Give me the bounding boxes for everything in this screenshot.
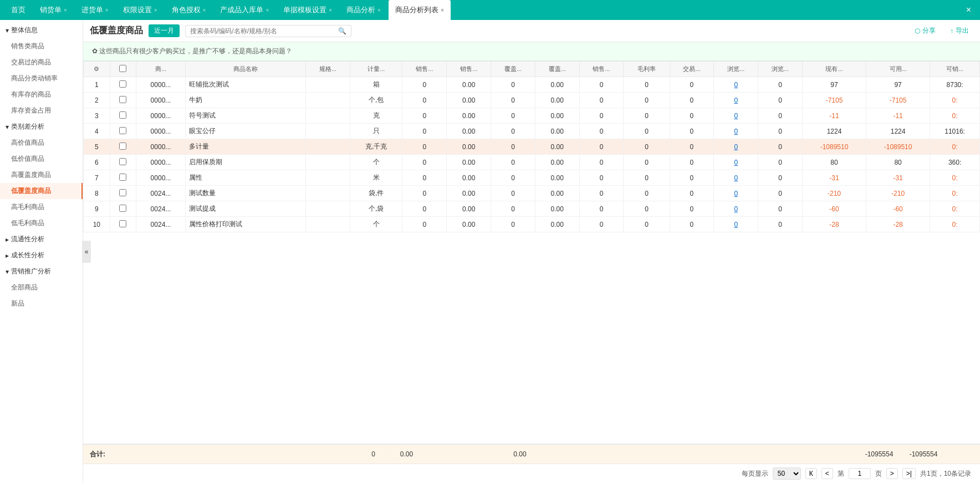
sidebar-item-high-value[interactable]: 高价值商品 xyxy=(0,135,83,151)
nav-item-sales[interactable]: 销货单 × xyxy=(33,0,74,20)
first-page-button[interactable]: К xyxy=(805,468,817,479)
row-checkbox[interactable] xyxy=(119,174,126,181)
row-browse1[interactable]: 0 xyxy=(714,201,758,217)
col-sales-qty[interactable]: 销售... xyxy=(402,62,447,77)
col-trans-cnt[interactable]: 交易... xyxy=(670,62,714,77)
page-number-input[interactable] xyxy=(849,468,871,479)
row-checkbox[interactable] xyxy=(119,96,126,103)
col-name[interactable]: 商品名称 xyxy=(186,62,306,77)
sidebar-item-capital[interactable]: 库存资金占用 xyxy=(0,103,83,119)
row-checkbox[interactable] xyxy=(119,143,126,150)
share-button[interactable]: ⬡ 分享 xyxy=(910,24,940,37)
col-gross-rate[interactable]: 毛利率 xyxy=(624,62,670,77)
col-current-stock[interactable]: 现有... xyxy=(802,62,866,77)
nav-item-finished-goods[interactable]: 产成品入库单 × xyxy=(213,0,275,20)
row-checkbox-cell[interactable] xyxy=(110,170,136,186)
col-checkbox[interactable] xyxy=(110,62,136,77)
row-checkbox-cell[interactable] xyxy=(110,93,136,108)
row-sales-cnt: 0 xyxy=(579,139,624,155)
row-code: 0024... xyxy=(136,186,186,201)
row-browse1[interactable]: 0 xyxy=(714,124,758,139)
row-checkbox-cell[interactable] xyxy=(110,201,136,217)
col-browse1[interactable]: 浏览... xyxy=(714,62,758,77)
col-cov2[interactable]: 覆盖... xyxy=(535,62,579,77)
nav-item-home[interactable]: 首页 xyxy=(4,0,32,20)
search-input[interactable] xyxy=(190,27,335,35)
per-page-select[interactable]: 50 100 200 xyxy=(773,467,801,480)
sidebar-section-overall[interactable]: ▾ 整体信息 xyxy=(0,22,83,38)
close-icon[interactable]: × xyxy=(441,7,444,13)
filter-recent-month-button[interactable]: 近一月 xyxy=(149,24,180,37)
close-icon[interactable]: × xyxy=(64,7,67,13)
row-browse1[interactable]: 0 xyxy=(714,139,758,155)
col-available-stock[interactable]: 可用... xyxy=(866,62,930,77)
col-spec[interactable]: 规格... xyxy=(306,62,350,77)
nav-item-analysis[interactable]: 商品分析 × xyxy=(340,0,387,20)
row-checkbox[interactable] xyxy=(119,127,126,134)
row-browse1[interactable]: 0 xyxy=(714,108,758,124)
sidebar-section-growth[interactable]: ▸ 成长性分析 xyxy=(0,247,83,263)
row-checkbox[interactable] xyxy=(119,220,126,227)
close-icon[interactable]: × xyxy=(203,7,206,13)
close-icon[interactable]: × xyxy=(105,7,109,13)
col-code[interactable]: 商... xyxy=(136,62,186,77)
row-browse1[interactable]: 0 xyxy=(714,155,758,170)
nav-item-roles[interactable]: 角色授权 × xyxy=(165,0,213,20)
prev-page-button[interactable]: < xyxy=(821,468,833,479)
close-all-button[interactable]: × xyxy=(962,5,976,15)
nav-item-analysis-list[interactable]: 商品分析列表 × xyxy=(389,0,451,20)
col-saleable[interactable]: 可销... xyxy=(930,62,980,77)
sidebar-item-low-profit[interactable]: 低毛利商品 xyxy=(0,215,83,231)
sidebar-section-category[interactable]: ▾ 类别差分析 xyxy=(0,119,83,135)
row-browse1[interactable]: 0 xyxy=(714,186,758,201)
row-checkbox[interactable] xyxy=(119,111,126,119)
sidebar-item-sales-goods[interactable]: 销售类商品 xyxy=(0,38,83,54)
export-button[interactable]: ↑ 导出 xyxy=(946,24,973,37)
last-page-button[interactable]: >| xyxy=(902,468,916,479)
col-unit[interactable]: 计量... xyxy=(350,62,402,77)
row-checkbox[interactable] xyxy=(119,205,126,212)
row-browse1[interactable]: 0 xyxy=(714,93,758,108)
row-checkbox[interactable] xyxy=(119,80,126,88)
close-icon[interactable]: × xyxy=(154,7,157,13)
col-cov1[interactable]: 覆盖... xyxy=(491,62,535,77)
sidebar-section-marketing[interactable]: ▾ 营销推广分析 xyxy=(0,263,83,279)
row-checkbox[interactable] xyxy=(119,189,126,196)
row-checkbox-cell[interactable] xyxy=(110,77,136,93)
sidebar-item-high-coverage[interactable]: 高覆盖度商品 xyxy=(0,167,83,183)
nav-item-purchase[interactable]: 进货单 × xyxy=(75,0,115,20)
row-checkbox-cell[interactable] xyxy=(110,108,136,124)
row-checkbox[interactable] xyxy=(119,158,126,165)
row-checkbox-cell[interactable] xyxy=(110,155,136,170)
sidebar-item-low-coverage[interactable]: 低覆盖度商品 xyxy=(0,183,83,199)
row-checkbox-cell[interactable] xyxy=(110,139,136,155)
sidebar-item-low-value[interactable]: 低价值商品 xyxy=(0,151,83,167)
nav-item-template[interactable]: 单据模板设置 × xyxy=(277,0,339,20)
sidebar-item-in-stock[interactable]: 有库存的商品 xyxy=(0,87,83,103)
sidebar-item-new-goods[interactable]: 新品 xyxy=(0,296,83,312)
row-checkbox-cell[interactable] xyxy=(110,124,136,139)
close-icon[interactable]: × xyxy=(377,7,381,13)
row-checkbox-cell[interactable] xyxy=(110,186,136,201)
sidebar-collapse-button[interactable]: « xyxy=(82,241,91,263)
row-cov1: 0 xyxy=(491,186,535,201)
sidebar-item-traded-goods[interactable]: 交易过的商品 xyxy=(0,54,83,70)
col-settings[interactable]: ⚙ xyxy=(84,62,110,77)
sidebar-item-all-goods[interactable]: 全部商品 xyxy=(0,279,83,296)
row-browse1[interactable]: 0 xyxy=(714,217,758,232)
col-browse2[interactable]: 浏览... xyxy=(758,62,803,77)
sidebar-section-circulation[interactable]: ▸ 流通性分析 xyxy=(0,231,83,247)
close-icon[interactable]: × xyxy=(329,7,332,13)
close-icon[interactable]: × xyxy=(266,7,269,13)
col-sales-amt[interactable]: 销售... xyxy=(447,62,491,77)
sidebar-item-category-rate[interactable]: 商品分类动销率 xyxy=(0,70,83,87)
next-page-button[interactable]: > xyxy=(886,468,898,479)
row-checkbox-cell[interactable] xyxy=(110,217,136,232)
row-browse1[interactable]: 0 xyxy=(714,170,758,186)
search-icon[interactable]: 🔍 xyxy=(338,27,346,35)
select-all-checkbox[interactable] xyxy=(119,65,126,72)
nav-item-permissions[interactable]: 权限设置 × xyxy=(116,0,164,20)
col-sales-cnt[interactable]: 销售... xyxy=(579,62,624,77)
row-browse1[interactable]: 0 xyxy=(714,77,758,93)
sidebar-item-high-profit[interactable]: 高毛利商品 xyxy=(0,199,83,215)
